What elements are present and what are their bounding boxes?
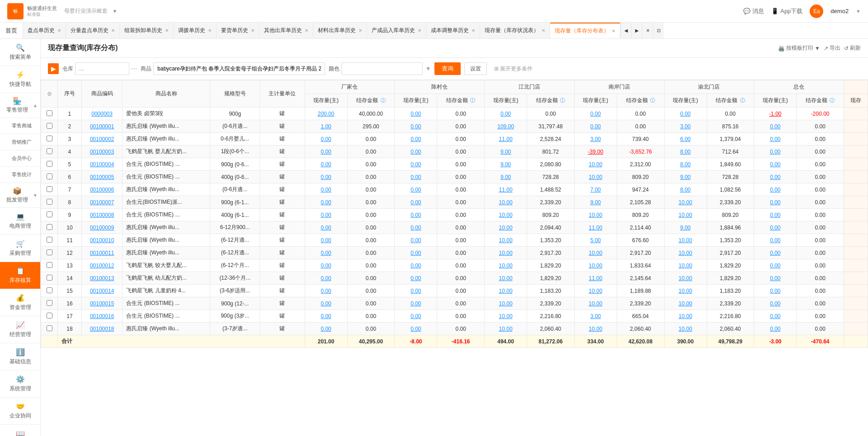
chen-stock-link[interactable]: 0.00 — [410, 275, 421, 281]
user-dropdown-icon[interactable]: ▼ — [856, 9, 861, 14]
product-code-link[interactable]: 00100015 — [90, 300, 114, 307]
sidebar-item-finance[interactable]: 💰 资金管理 — [0, 289, 40, 316]
tab-stock-status[interactable]: 现存量（库存状况表） ✕ — [480, 23, 550, 39]
product-code-link[interactable]: 00100004 — [90, 161, 114, 168]
nanao-stock-link[interactable]: -39.00 — [588, 149, 603, 155]
row-checkbox[interactable] — [47, 123, 52, 129]
dropdown-icon[interactable]: ▼ — [112, 8, 118, 14]
tab-close-icon[interactable]: ✕ — [418, 28, 421, 33]
nanao-stock-link[interactable]: 10.00 — [589, 212, 602, 218]
nanao-stock-link[interactable]: 10.00 — [589, 174, 602, 180]
refresh-btn[interactable]: ↺ 刷新 — [844, 44, 861, 52]
tab-purchase-order[interactable]: 要货单历史 ✕ — [217, 23, 259, 39]
chen-stock-link[interactable]: 0.00 — [410, 123, 421, 130]
nanao-stock-link[interactable]: 10.00 — [589, 288, 602, 294]
product-code-link[interactable]: 00100016 — [90, 313, 114, 319]
row-checkbox[interactable] — [47, 249, 52, 255]
product-code-link[interactable]: 00100003 — [90, 149, 114, 155]
jiangbei-stock-link[interactable]: 9.00 — [500, 161, 511, 168]
total-stock-link[interactable]: 0.00 — [770, 187, 780, 193]
info-icon[interactable]: ⓘ — [650, 98, 655, 103]
color-dropdown-icon[interactable]: ▼ — [425, 66, 431, 72]
yuubei-stock-link[interactable]: 10.00 — [679, 212, 692, 218]
yuubei-stock-link[interactable]: 10.00 — [679, 313, 692, 319]
nanao-stock-link[interactable]: 11.00 — [589, 275, 602, 281]
total-stock-link[interactable]: 0.00 — [770, 288, 780, 294]
jiangbei-stock-link[interactable]: 10.00 — [499, 326, 513, 332]
chen-stock-link[interactable]: 0.00 — [410, 136, 421, 142]
row-checkbox[interactable] — [47, 161, 52, 167]
chen-stock-link[interactable]: 0.00 — [410, 263, 421, 269]
nanao-stock-link[interactable]: 11.00 — [589, 225, 602, 231]
total-stock-link[interactable]: 0.00 — [770, 300, 780, 307]
jiangbei-stock-link[interactable]: 10.00 — [499, 250, 513, 256]
tab-nav-close[interactable]: ✕ — [642, 23, 653, 39]
nanao-stock-link[interactable]: 10.00 — [589, 300, 602, 307]
product-input[interactable] — [153, 62, 325, 75]
jiangbei-stock-link[interactable]: 109.00 — [497, 123, 514, 130]
row-checkbox[interactable] — [47, 237, 52, 243]
export-btn[interactable]: ↗ 导出 — [824, 44, 840, 52]
yuubei-stock-link[interactable]: 9.00 — [680, 225, 690, 231]
tab-close-icon[interactable]: ✕ — [165, 28, 169, 33]
warehouse-input[interactable] — [75, 62, 129, 75]
row-checkbox[interactable] — [47, 313, 52, 319]
total-stock-link[interactable]: 0.00 — [770, 237, 780, 244]
settings-icon[interactable]: ⚙ — [45, 89, 54, 98]
tab-assemble[interactable]: 组装拆卸单历史 ✕ — [120, 23, 174, 39]
fac-stock-link[interactable]: 0.00 — [321, 212, 331, 218]
yuubei-stock-link[interactable]: 0.00 — [680, 111, 690, 117]
info-icon[interactable]: ⓘ — [381, 98, 386, 103]
fac-stock-link[interactable]: 1.00 — [321, 123, 331, 130]
product-code-link[interactable]: 00100011 — [90, 250, 114, 256]
tab-close-icon[interactable]: ✕ — [542, 28, 545, 33]
product-code-link[interactable]: 0000003 — [91, 111, 113, 117]
total-stock-link[interactable]: 0.00 — [770, 275, 780, 281]
yuubei-stock-link[interactable]: 8.00 — [680, 187, 690, 193]
row-checkbox-cell[interactable] — [41, 297, 58, 310]
yuubei-stock-link[interactable]: 9.00 — [680, 174, 690, 180]
message-btn[interactable]: 💬 消息 — [743, 7, 764, 15]
fac-stock-link[interactable]: 0.00 — [321, 300, 331, 307]
total-stock-link[interactable]: 0.00 — [770, 199, 780, 206]
sidebar-item-ecommerce[interactable]: 💻 电商管理 — [0, 208, 40, 235]
fac-stock-link[interactable]: 0.00 — [321, 187, 331, 193]
settings-btn[interactable]: 设置 — [464, 62, 487, 75]
chen-stock-link[interactable]: 0.00 — [410, 161, 421, 168]
jiangbei-stock-link[interactable]: 10.00 — [499, 199, 513, 206]
product-code-link[interactable]: 00100010 — [90, 237, 114, 244]
tab-close-icon[interactable]: ✕ — [305, 28, 308, 33]
nanao-stock-link[interactable]: 10.00 — [589, 263, 602, 269]
tab-close-icon[interactable]: ✕ — [111, 28, 115, 33]
yuubei-stock-link[interactable]: 10.00 — [679, 250, 692, 256]
yuubei-stock-link[interactable]: 8.00 — [680, 161, 690, 168]
row-checkbox[interactable] — [47, 148, 52, 154]
tab-close-icon[interactable]: ✕ — [57, 28, 61, 33]
total-stock-link[interactable]: 0.00 — [770, 313, 780, 319]
fac-stock-link[interactable]: 0.00 — [321, 263, 331, 269]
sidebar-item-member[interactable]: 会员中心 — [0, 150, 40, 167]
row-checkbox[interactable] — [47, 199, 52, 205]
chen-stock-link[interactable]: 0.00 — [410, 250, 421, 256]
nanao-stock-link[interactable]: 10.00 — [589, 326, 602, 332]
yuubei-stock-link[interactable]: 10.00 — [679, 326, 692, 332]
info-icon[interactable]: ⓘ — [470, 98, 475, 103]
info-icon[interactable]: ⓘ — [740, 98, 745, 103]
product-code-link[interactable]: 00100002 — [90, 136, 114, 142]
fac-stock-link[interactable]: 0.00 — [321, 199, 331, 206]
total-stock-link[interactable]: 0.00 — [770, 212, 780, 218]
jiangbei-stock-link[interactable]: 10.00 — [499, 288, 513, 294]
sidebar-item-marketing[interactable]: 营销推广 — [0, 134, 40, 150]
nanao-stock-link[interactable]: 7.00 — [590, 187, 601, 193]
product-code-link[interactable]: 00100001 — [90, 123, 114, 130]
total-stock-link[interactable]: 0.00 — [770, 149, 780, 155]
jiangbei-stock-link[interactable]: 10.00 — [499, 263, 513, 269]
jiangbei-stock-link[interactable]: 9.00 — [500, 174, 511, 180]
chen-stock-link[interactable]: 0.00 — [410, 237, 421, 244]
search-btn[interactable]: 查询 — [434, 62, 461, 75]
row-checkbox-cell[interactable] — [41, 221, 58, 234]
product-code-link[interactable]: 00100008 — [90, 212, 114, 218]
product-code-link[interactable]: 00100012 — [90, 263, 114, 269]
tab-other-outbound[interactable]: 其他出库单历史 ✕ — [259, 23, 313, 39]
row-checkbox[interactable] — [47, 224, 52, 230]
